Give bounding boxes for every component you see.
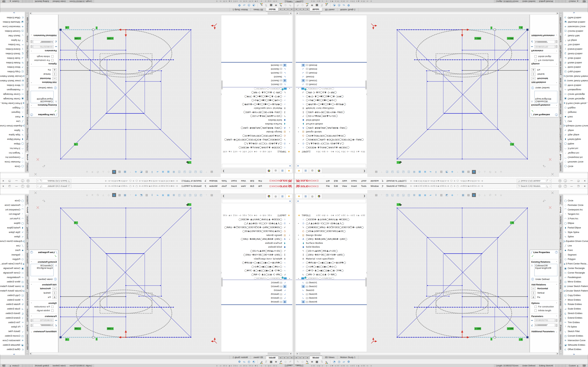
length-field[interactable]: 10.88152731 xyxy=(535,319,555,322)
vertical-tab-sketch[interactable]: Sketch xyxy=(559,153,563,162)
tree-row-sketch1[interactable]: ∟(-) Sketch1 xyxy=(296,83,367,86)
folder-check-icon[interactable]: ▱ xyxy=(243,360,245,363)
flyout-item-scale-entities[interactable]: ⊿Scale Entities xyxy=(563,56,588,60)
checkbox[interactable] xyxy=(535,306,537,308)
existing-relations-header[interactable]: Existing Relations ⌃ xyxy=(530,260,559,264)
flyout-item-convert-entities[interactable]: ◳Convert Entities xyxy=(563,334,588,338)
tree-row[interactable]: ∟◯ИN◦Ɔ◦♟◎◯◎♟◦Ɔ◦NИ◯ xyxy=(221,273,292,276)
flyout-item-three-point-center-rectangle[interactable]: ◈3 Point Center Recta... xyxy=(563,262,588,266)
flyout-item-silhouette-entities[interactable]: ◪Silhouette Entities xyxy=(563,20,588,24)
expand-arrow-icon[interactable]: ▸ xyxy=(289,277,290,279)
clock-x-icon[interactable]: ◷ xyxy=(338,360,340,363)
flyout-item-line[interactable]: ╱Line xyxy=(0,244,25,248)
flyout-item-parallelogram[interactable]: ▱Parallelogram xyxy=(0,88,25,92)
additional-parameters-header[interactable]: Additional Parameters ⌄ xyxy=(530,330,559,333)
configuration-tab[interactable]: ◎ xyxy=(309,169,316,173)
tree-row[interactable]: ▱◯✤YƆ◦♟◯⁎◉▯◯▯◉⁎◯♟◦ƆY✤◯ xyxy=(221,269,292,272)
tree-row[interactable]: ◴◯ƧƧ♟◎ƧИ⊓ƎƐƧ◯ƧƎЄ⊓ИƧ◎♟ƧƧ◯ xyxy=(221,134,292,138)
tree-row[interactable]: ≣Material <not specified> xyxy=(296,107,367,110)
flyout-item-linear-sketch-pattern[interactable]: ⊞Linear Sketch Pattern xyxy=(0,79,25,83)
flyout-item-segment[interactable]: ∴Segment xyxy=(0,253,25,257)
dimxpert-tab[interactable] xyxy=(266,194,272,198)
flyout-item-extend-entities[interactable]: ┬Extend Entities xyxy=(563,316,588,320)
gear-icon[interactable]: ⚙ xyxy=(238,360,241,363)
tree-row[interactable]: ▸◷◯人♟◎✤ƧƧ◦YƆ◯ƆY◦ƧƧ✤◎♟人◯ xyxy=(221,142,292,146)
hatch-icon[interactable]: ▦ xyxy=(316,4,318,7)
relation-item[interactable]: Collinear108 xyxy=(32,100,53,103)
flyout-item-center-rectangle[interactable]: ▣Center Rectangle xyxy=(0,97,25,101)
tab-motion-study-1[interactable]: Motion Study 1 xyxy=(230,8,251,11)
option-infinite-length[interactable]: Infinite length xyxy=(29,55,58,58)
flyout-item-trim-entities[interactable]: ✂Trim Entities xyxy=(563,42,588,47)
option-for-construction[interactable]: For construction xyxy=(29,58,58,62)
flyout-item-centerpoint-arc[interactable]: ⌒Centerpoint Arc xyxy=(563,155,588,159)
titlebar-icon-strip[interactable]: ⊙◦⊙✤⊙ƆƇ⊙ƎƐ⊙˖⊙ƧƩ⊙♟⊙ƎƐ⊙˖⊙ ◯ ⊙ ◯ ˖⊙ƎƐ⊙♟⊙ƧƩ⊙… xyxy=(410,185,483,187)
vertical-tab-moldtools[interactable]: Mold Tools xyxy=(25,278,29,290)
tree-row[interactable]: ▸A◯ƧИ◎◦✤Α✤◎ИΑ◯ΑИ◎✤Α✤◦◎ИƧ◯ xyxy=(221,126,292,130)
camera-check-icon[interactable]: ◔ xyxy=(253,4,255,7)
vertical-tab-markup[interactable]: Markup xyxy=(25,324,29,333)
scroll-right-button[interactable]: ▶ xyxy=(29,12,32,15)
tab-model[interactable]: Model xyxy=(266,8,278,11)
keyboard-icon[interactable]: ⌨ xyxy=(582,364,587,367)
keyboard-icon[interactable]: ⌨ xyxy=(1,0,6,3)
vertical-tab-surfaces[interactable]: Surfaces xyxy=(559,142,563,152)
vertical-tab-sheetmetal[interactable]: Sheet Metal xyxy=(25,252,29,265)
tree-row[interactable]: ∿◯ƧƧ✤ƎЄƧ◯ИN◎◦✤ƆƇƎ⊓ƎƐƧ◯ƧƎЄ⊓ƎƇƆ✤◦◎NИ◯ xyxy=(221,225,292,229)
configuration-tab[interactable]: ◎ xyxy=(272,169,279,173)
tab-motion-study-1[interactable]: Motion Study 1 xyxy=(230,356,251,359)
tree-filter-input[interactable]: ▼ xyxy=(296,199,366,203)
length-field[interactable]: 10.88152731 xyxy=(535,45,555,48)
flyout-item-trim-entities[interactable]: ✂Trim Entities xyxy=(0,320,25,325)
flyout-item-sketch-fillet[interactable]: ╮Sketch Fillet xyxy=(0,33,25,38)
touch-pen-icon[interactable]: ✎ xyxy=(297,360,299,363)
tree-row[interactable]: ❖TЯPDL2.⊙ƎƐ ⊙Ш ⊙◦ ⊙✤ ⊙ƆƇ ⊙ƎƐ ⊙˖ ⊙ƧƩ ⊙♟ ⊙… xyxy=(296,214,367,217)
flyout-item-three-point-center-rectangle[interactable]: ◈3 Point Center Recta... xyxy=(0,101,25,105)
add-relation-fix[interactable]: ⚓Fix xyxy=(530,68,559,72)
flyout-item-perimeter-circle[interactable]: ◌Perimeter Circle xyxy=(0,160,25,164)
tree-row[interactable]: ❖TЯPDL2.⊙ƎƐ ⊙Ш ⊙◦ ⊙✤ ⊙ƆƇ ⊙ƎƐ ⊙˖ ⊙ƧƩ ⊙♟ ⊙… xyxy=(221,150,292,153)
tree-filter-input[interactable]: ▼ xyxy=(222,199,292,203)
add-relation-vertical[interactable]: |Vertical xyxy=(530,72,559,76)
vertical-tab-evaluate[interactable]: Evaluate xyxy=(25,241,29,251)
keyboard-icon[interactable]: ⌨ xyxy=(582,0,587,3)
flyout-item-linear-sketch-pattern[interactable]: ⊞Linear Sketch Pattern xyxy=(563,284,588,288)
flyout-item-centerpoint-arc[interactable]: ⌒Centerpoint Arc xyxy=(0,155,25,159)
tree-row[interactable]: ▱◯˖◎✤◯⁎◉▯◯▯◉⁎◯✤◎˖◯ xyxy=(296,265,367,268)
tree-row[interactable]: ◴◯ƧƧ♟◎ƧИ⊓ƎƐƧ◯ƧƎЄ⊓ИƧ◎♟ƧƧ◯ xyxy=(296,134,367,138)
tab-nav-2[interactable]: ▶ xyxy=(302,8,306,11)
menu-file[interactable]: File xyxy=(256,179,264,183)
vertical-tab-weldments[interactable]: Weldments xyxy=(559,265,563,278)
flyout-item-silhouette-entities[interactable]: ◪Silhouette Entities xyxy=(0,343,25,347)
search-box[interactable]: ❒ Search CAD Models ▾ xyxy=(517,184,551,188)
vertical-tab-moldtools[interactable]: Mold Tools xyxy=(559,278,563,290)
search-input[interactable]: Search CAD Models xyxy=(42,185,68,187)
propertymanager-tab[interactable]: ▤ xyxy=(303,169,309,173)
flyout-item-polygon[interactable]: ⬡Polygon xyxy=(0,106,25,110)
scroll-left-button[interactable]: ◀ xyxy=(296,352,299,355)
hatch-icon[interactable]: ▦ xyxy=(270,4,272,7)
horizontal-scrollbar[interactable]: ◀ ▶ xyxy=(295,12,559,15)
add-relation-horizontal[interactable]: —Horizontal xyxy=(530,76,559,81)
minimize-button[interactable]: — xyxy=(569,185,574,188)
dimxpert-tab[interactable] xyxy=(316,194,322,198)
angle-spinner[interactable]: ▲▼ xyxy=(555,40,558,43)
brush-color-icon[interactable]: ✎ xyxy=(280,4,282,7)
folder-check-icon[interactable]: ▱ xyxy=(343,360,345,363)
vertical-tab-datamigration[interactable]: Data Migration xyxy=(25,307,29,323)
menu-view[interactable]: View xyxy=(239,184,248,188)
tree-row[interactable]: Σ◯ƧИ◎◦✤Α⊓ᵖƎЄ◯ƎЄᵖ⊓Α✤◦◎ИƧ◯ xyxy=(221,110,292,114)
flyout-item-spline[interactable]: ∿Spline xyxy=(0,234,25,239)
vertical-tab-directediting[interactable]: Direct Editing xyxy=(559,226,563,240)
vertical-tab-weldments[interactable]: Weldments xyxy=(559,89,563,102)
panel-help-icon[interactable]: ? xyxy=(555,251,558,254)
option-infinite-length[interactable]: Infinite length xyxy=(29,309,58,312)
angle-field[interactable]: 0.00000000° xyxy=(33,324,53,327)
menu-insert[interactable]: Insert xyxy=(229,179,239,183)
tab-nav-2[interactable]: ▶ xyxy=(282,8,286,11)
vertical-tab-meshmodeling[interactable]: Mesh Modeling xyxy=(25,291,29,307)
dimxpert-tab[interactable] xyxy=(316,169,322,173)
relation-item[interactable]: Equal length109 xyxy=(32,98,53,100)
tree-row-sketch5[interactable]: ∟(-) Sketch5 xyxy=(221,71,292,75)
tree-row[interactable]: ∿◯ƧƧ✤ƎЄƧ◯ИN◎◦✤ƆƇƎ⊓ƎƐƧ◯ƧƎЄ⊓ƎƇƆ✤◦◎NИ◯ xyxy=(296,225,367,229)
